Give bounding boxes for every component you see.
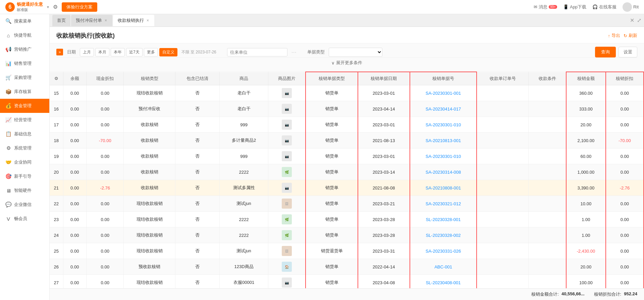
cell-bill-no[interactable]: SA-20230314-008 [410, 164, 477, 180]
tab-collection-close-icon[interactable]: × [146, 18, 150, 23]
sidebar-item-finance[interactable]: 💰资金管理 [0, 99, 49, 113]
collapse-arrow-icon[interactable]: » [56, 49, 63, 55]
cell-cash-discount: 0.00 [86, 101, 123, 117]
message-btn[interactable]: ✉ 消息 99+ [534, 4, 557, 10]
table-row: 24 0.00 0.00 现结收款核销 否 2222 🌿 销货单 2023-03… [50, 227, 644, 243]
bill-no-link[interactable]: ABC-001 [434, 264, 452, 269]
sidebar-item-sales[interactable]: 📊销售管理 [0, 56, 49, 71]
marketing-icon: 📢 [5, 46, 11, 52]
settings-button[interactable]: 设置 [619, 47, 637, 57]
sidebar-item-wechat[interactable]: 💬企业微信 [0, 198, 49, 212]
partner-input[interactable] [227, 48, 287, 56]
cell-condition [529, 212, 566, 227]
cell-included: 否 [175, 148, 220, 164]
bill-no-link[interactable]: SL-20230328-002 [426, 233, 461, 238]
cell-condition [529, 180, 566, 196]
gear-icon[interactable]: ⚙ [53, 4, 58, 10]
sidebar-item-inventory[interactable]: 📦库存核算 [0, 85, 49, 99]
bill-no-link[interactable]: SA-20210808-001 [426, 185, 461, 190]
cell-bill-no[interactable]: SA-20230301-010 [410, 148, 477, 164]
cell-bill-no[interactable]: SL-20230408-001 [410, 275, 477, 289]
custom-date-btn[interactable]: 自定义 [159, 48, 177, 56]
bill-no-link[interactable]: SA-20230301-010 [426, 122, 461, 127]
cell-bill-no[interactable]: SL-20230328-001 [410, 212, 477, 227]
bill-no-link[interactable]: SA-20230314-008 [426, 170, 461, 175]
sidebar-item-collab[interactable]: 🤝企业协同 [0, 155, 49, 169]
cell-goods-img: 📷 [268, 101, 306, 117]
bill-no-link[interactable]: SA-20230414-017 [426, 106, 461, 112]
sidebar-item-purchase[interactable]: 🛒采购管理 [0, 71, 49, 85]
date-range-display: 不限 至 2023-07-26 [181, 49, 216, 55]
close-window-icon[interactable]: ✕ [630, 17, 634, 24]
expand-window-icon[interactable]: ⤢ [637, 17, 641, 24]
cell-goods: 老白干 [220, 85, 268, 101]
bill-type-select[interactable] [329, 48, 382, 57]
cell-bill-no[interactable]: SA-20230331-026 [410, 243, 477, 259]
bill-no-link[interactable]: SA-20230331-026 [426, 249, 461, 254]
bill-no-link[interactable]: SA-20210813-001 [426, 138, 461, 143]
bill-no-link[interactable]: SA-20230321-012 [426, 201, 461, 206]
cell-bill-no[interactable]: SL-20230328-002 [410, 227, 477, 243]
cell-bill-no[interactable]: SA-20210808-001 [410, 180, 477, 196]
this-month-btn[interactable]: 本月 [95, 48, 109, 56]
cell-condition [529, 196, 566, 212]
expand-conditions-btn[interactable]: ∨ 展开更多条件 [56, 57, 637, 68]
sidebar-item-hardware[interactable]: 🖥智能硬件 [0, 183, 49, 198]
service-btn[interactable]: 🎧 在线客服 [592, 4, 616, 10]
sidebar-label-wechat: 企业微信 [14, 202, 32, 208]
sidebar-label-sales: 销售管理 [14, 60, 32, 67]
headset-icon: 🎧 [592, 4, 598, 9]
this-year-btn[interactable]: 本年 [111, 48, 125, 56]
refresh-button[interactable]: ↻ 刷新 [624, 33, 637, 39]
sidebar-item-operation[interactable]: 📈经营管理 [0, 113, 49, 127]
cell-bill-date: 2023-03-01 [358, 85, 410, 101]
column-settings-icon[interactable]: ⚙ [54, 76, 58, 81]
sidebar-label-quicknav: 快捷导航 [14, 32, 32, 38]
table-footer: 核销金额合计: 40,556,66... 核销折扣合计: 952.24 [50, 288, 644, 300]
query-button[interactable]: 查询 [595, 47, 616, 57]
cell-bill-type: 销货单 [306, 196, 358, 212]
cell-bill-no[interactable]: SA-20230301-010 [410, 117, 477, 133]
cell-bill-no[interactable]: SA-20230301-001 [410, 85, 477, 101]
cell-goods-img: 📷 [268, 117, 306, 133]
cell-bill-no[interactable]: SA-20230321-012 [410, 196, 477, 212]
cell-condition [529, 101, 566, 117]
bill-no-link[interactable]: SA-20230301-010 [426, 154, 461, 159]
th-settings[interactable]: ⚙ [50, 72, 63, 85]
tab-prepay-close-icon[interactable]: × [104, 18, 108, 23]
goods-image: 🌿 [282, 230, 292, 240]
tab-home[interactable]: 首页 [52, 15, 70, 26]
app-download-btn[interactable]: 📱 App下载 [563, 4, 586, 10]
table-row: 25 0.00 0.00 现结收款核销 否 测试jun 🖼 销货退货单 2023… [50, 243, 644, 259]
sidebar-item-basic[interactable]: 📋基础信息 [0, 127, 49, 141]
bill-no-link[interactable]: SL-20230408-001 [426, 280, 461, 285]
more-date-btn[interactable]: 更多 [144, 48, 158, 56]
sidebar-item-system[interactable]: ⚙系统管理 [0, 141, 49, 155]
sidebar-item-quicknav[interactable]: ⌂快捷导航 [0, 28, 49, 42]
sidebar-item-marketing[interactable]: 📢营销推广 [0, 42, 49, 56]
cell-bill-no[interactable]: SA-20230414-017 [410, 101, 477, 117]
cell-bill-no[interactable]: SA-20210813-001 [410, 133, 477, 148]
bill-no-link[interactable]: SL-20230328-001 [426, 217, 461, 222]
last-month-btn[interactable]: 上月 [80, 48, 94, 56]
sidebar-item-search[interactable]: 🔍搜索菜单 [0, 14, 49, 28]
table-row: 23 0.00 0.00 现结收款核销 否 2222 🌿 销货单 2023-03… [50, 212, 644, 227]
dropdown-arrow-icon[interactable]: ▾ [47, 5, 49, 9]
sidebar-item-member[interactable]: V畅会员 [0, 212, 49, 226]
last-7days-btn[interactable]: 近7天 [126, 48, 143, 56]
th-included: 包含已结清 [175, 72, 220, 85]
brand-name: 畅捷通好生意 [17, 1, 43, 7]
cell-bill-type: 销货单 [306, 148, 358, 164]
tab-prepay[interactable]: 预付冲应付单 × [71, 15, 112, 26]
sidebar-label-guide: 新手引导 [14, 173, 32, 179]
export-button[interactable]: ↑ 导出 [608, 33, 621, 39]
cell-bill-no[interactable]: ABC-001 [410, 259, 477, 275]
table-row: 26 0.00 0.00 预收款核销 否 123D商品 🏠 销货单 2022-0… [50, 259, 644, 275]
user-profile[interactable]: Rit [623, 2, 639, 12]
cell-discount: 0.00 [606, 259, 644, 275]
trial-button[interactable]: 体验行业方案 [62, 2, 97, 12]
sidebar-item-guide[interactable]: 🎯新手引导 [0, 169, 49, 183]
bill-no-link[interactable]: SA-20230301-001 [426, 91, 461, 96]
cell-goods: 测试jun [220, 243, 268, 259]
tab-collection[interactable]: 收款核销执行 × [113, 15, 154, 26]
